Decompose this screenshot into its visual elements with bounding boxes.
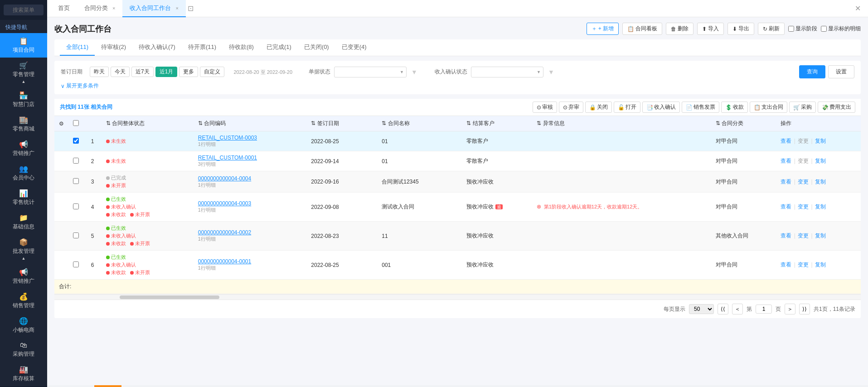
th-checkbox[interactable] [68,116,83,131]
date-custom-btn[interactable]: 自定义 [200,67,224,77]
sidebar-item-batch-mgmt[interactable]: 📦 批发管理 ▲ [0,234,47,264]
sidebar-item-sales-mgmt[interactable]: 💰 销售管理 [0,289,47,313]
row1-view-link[interactable]: 查看 [781,138,791,144]
row4-checkbox[interactable] [73,203,79,209]
export-button[interactable]: ⬇ 导出 [727,23,754,35]
date-yesterday-btn[interactable]: 昨天 [90,67,109,77]
sidebar-item-xiaowei[interactable]: 🌐 小畅电商 [0,313,47,338]
row1-code-link[interactable]: RETAIL_CUSTOM-0003 [198,135,302,141]
select-all-checkbox[interactable] [73,120,79,126]
row1-copy-link[interactable]: 复制 [815,138,826,144]
page-size-select[interactable]: 10 20 50 100 [689,304,714,314]
output-contract-btn[interactable]: 📋 支出合同 [750,102,787,113]
row4-change-link[interactable]: 变更 [798,203,809,210]
row5-checkbox[interactable] [73,232,79,238]
tab-income-workbench[interactable]: 收入合同工作台 × [122,0,185,17]
tab-restore-button[interactable]: ⊡ [186,4,195,13]
sidebar-item-basic-info[interactable]: 📁 基础信息 [0,210,47,234]
row6-code-link[interactable]: 0000000000004-0001 [198,258,302,265]
tab-contract-category[interactable]: 合同分类 × [77,0,122,17]
row2-checkbox[interactable] [73,158,79,164]
th-settings[interactable]: ⚙ [54,116,68,131]
tab-bar-close-button[interactable]: ✕ [851,4,864,13]
income-confirm-select[interactable] [471,67,543,77]
tab-income-workbench-close[interactable]: × [175,5,178,11]
page-number-input[interactable] [756,305,772,314]
show-stage-checkbox-label[interactable]: 显示阶段 [788,25,817,33]
row3-change-link[interactable]: 变更 [798,179,809,185]
status-tab-pending-confirm[interactable]: 待收入确认(7) [132,39,182,56]
row5-view-link[interactable]: 查看 [781,232,791,239]
row6-checkbox[interactable] [73,261,79,267]
status-tab-pending-payment[interactable]: 待收款(8) [223,39,260,56]
row6-view-link[interactable]: 查看 [781,261,791,268]
sidebar-item-retail-mall[interactable]: 🏬 零售商城 [0,112,47,136]
row6-change-link[interactable]: 变更 [798,261,809,268]
row5-copy-link[interactable]: 复制 [815,232,826,239]
date-more-btn[interactable]: 更多 [179,67,198,77]
import-button[interactable]: ⬆ 导入 [697,23,724,35]
income-confirm-btn[interactable]: 📑 收入确认 [642,102,680,113]
sidebar-item-marketing2[interactable]: 📢 营销推广 [0,264,47,289]
search-menu-input[interactable] [4,5,44,15]
contract-board-button[interactable]: 📋 合同看板 [622,23,662,35]
sidebar-item-inventory[interactable]: 🏭 库存核算 [0,362,47,386]
query-button[interactable]: 查询 [799,65,825,78]
show-label-checkbox-label[interactable]: 显示标的明细 [821,25,861,33]
scroll-thumb[interactable] [120,295,219,299]
review-btn[interactable]: ⊙ 审核 [533,102,557,113]
date-last7-btn[interactable]: 近7天 [131,67,154,77]
date-last1month-btn[interactable]: 近1月 [155,67,178,77]
row1-change-link[interactable]: 变更 [798,138,809,144]
new-button[interactable]: ＋ + 新增 [587,23,619,35]
sidebar-item-retail-mgmt[interactable]: 🛒 零售管理 ▲ [0,58,47,87]
set-button[interactable]: 设置 [828,65,854,78]
sidebar-item-member[interactable]: 👥 会员中心 [0,161,47,185]
first-page-btn[interactable]: ⟨⟨ [718,304,728,314]
prev-page-btn[interactable]: ＜ [732,304,743,314]
row2-view-link[interactable]: 查看 [781,158,791,164]
show-label-checkbox[interactable] [821,26,827,32]
row3-copy-link[interactable]: 复制 [815,179,826,185]
expense-output-btn[interactable]: 💸 费用支出 [818,102,855,113]
row4-copy-link[interactable]: 复制 [815,203,826,210]
row2-change-link[interactable]: 变更 [798,158,809,164]
sidebar-item-smart-store[interactable]: 🏪 智慧门店 [0,87,47,112]
sidebar-item-project[interactable]: 📋 项目合同 [0,33,47,58]
row4-code-link[interactable]: 0000000000004-0003 [198,200,302,207]
next-page-btn[interactable]: ＞ [785,304,795,314]
row5-code-link[interactable]: 0000000000004-0002 [198,229,302,236]
purchase-btn[interactable]: 🛒 采购 [789,102,816,113]
show-stage-checkbox[interactable] [788,26,794,32]
status-tab-all[interactable]: 全部(11) [60,39,95,56]
delete-button[interactable]: 🗑 删除 [666,23,693,35]
row6-copy-link[interactable]: 复制 [815,261,826,268]
status-tab-completed[interactable]: 已完成(1) [260,39,298,56]
doc-status-select[interactable] [334,67,407,77]
payment-btn[interactable]: 💲 收款 [721,102,748,113]
close-btn[interactable]: 🔒 关闭 [585,102,612,113]
row4-view-link[interactable]: 查看 [781,203,791,210]
open-btn[interactable]: 🔓 打开 [614,102,640,113]
status-tab-pending-invoice[interactable]: 待开票(11) [182,39,223,56]
row3-checkbox[interactable] [73,178,79,184]
row2-copy-link[interactable]: 复制 [815,158,826,164]
sales-invoice-btn[interactable]: 📄 销售发票 [682,102,719,113]
tab-contract-category-close[interactable]: × [112,5,115,11]
refresh-button[interactable]: ↻ 刷新 [758,23,785,35]
status-tab-closed[interactable]: 已关闭(0) [298,39,335,56]
horizontal-scrollbar[interactable] [54,294,861,300]
sidebar-item-purchase[interactable]: 🛍 采购管理 [0,338,47,362]
expand-more-conditions-btn[interactable]: ∨ 展开更多条件 [61,82,99,90]
tab-home[interactable]: 首页 [51,0,77,17]
sidebar-item-retail-stats[interactable]: 📊 零售统计 [0,185,47,210]
status-tab-changed[interactable]: 已变更(4) [335,39,373,56]
row2-code-link[interactable]: RETAIL_CUSTOM-0001 [198,155,302,161]
abandon-btn[interactable]: ⊙ 弃审 [559,102,583,113]
status-tab-pending-review[interactable]: 待审核(2) [95,39,132,56]
row1-checkbox[interactable] [73,138,79,144]
last-page-btn[interactable]: ⟩⟩ [799,304,810,314]
row5-change-link[interactable]: 变更 [798,232,809,239]
row3-code-link[interactable]: 0000000000004-0004 [198,175,302,182]
row3-view-link[interactable]: 查看 [781,179,791,185]
